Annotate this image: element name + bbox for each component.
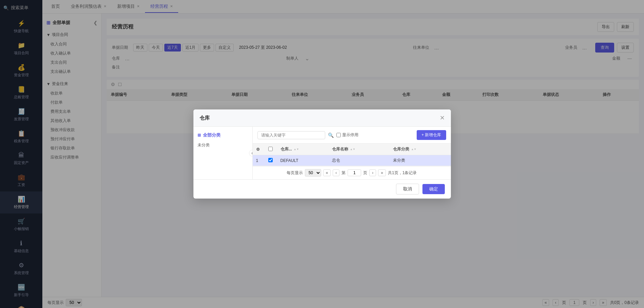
settings-gear-icon[interactable]: ⚙ bbox=[256, 147, 260, 152]
modal-last-btn[interactable]: » bbox=[378, 169, 386, 176]
modal-search-wrap: 🔍 显示停用 bbox=[257, 131, 358, 139]
th-settings: ⚙ bbox=[253, 144, 265, 155]
category-label: 未分类 bbox=[198, 143, 210, 147]
modal-page-size-select[interactable]: 50 bbox=[305, 169, 321, 177]
row-category: 未分类 bbox=[390, 155, 451, 166]
modal-overlay: 仓库 ✕ ⊞ 全部分类 未分类 ❮ bbox=[0, 0, 644, 308]
all-category-label: 全部分类 bbox=[203, 132, 221, 138]
modal-body: ⊞ 全部分类 未分类 ❮ 🔍 bbox=[193, 127, 451, 179]
row-1-checkbox[interactable] bbox=[268, 158, 273, 162]
modal-category-unclassified[interactable]: 未分类 bbox=[193, 140, 252, 150]
col-category-label: 仓库分类 bbox=[393, 147, 409, 151]
modal-next-btn[interactable]: › bbox=[369, 169, 376, 176]
modal-footer: 取消 确定 bbox=[193, 179, 451, 199]
modal-category-panel: ⊞ 全部分类 未分类 ❮ bbox=[193, 127, 253, 179]
show-disabled-text: 显示停用 bbox=[342, 132, 358, 138]
sort-arrows-category: ▲▼ bbox=[411, 148, 416, 151]
cancel-button[interactable]: 取消 bbox=[396, 184, 419, 194]
modal-left-collapse-btn[interactable]: ❮ bbox=[249, 150, 253, 157]
show-disabled-checkbox[interactable] bbox=[336, 133, 341, 137]
sort-arrows-code: ▲▼ bbox=[294, 148, 299, 151]
modal-page-label: 第 bbox=[341, 170, 346, 176]
modal-all-category[interactable]: ⊞ 全部分类 bbox=[193, 130, 252, 140]
warehouse-modal: 仓库 ✕ ⊞ 全部分类 未分类 ❮ bbox=[193, 109, 451, 199]
modal-title: 仓库 bbox=[200, 115, 210, 121]
modal-header: 仓库 ✕ bbox=[193, 109, 451, 127]
sort-arrows-name: ▲▼ bbox=[350, 148, 355, 151]
row-index: 1 bbox=[253, 155, 265, 166]
page-size-label-modal: 每页显示 bbox=[287, 170, 303, 176]
modal-search-input[interactable] bbox=[257, 131, 325, 139]
row-code: DEFAULT bbox=[277, 155, 329, 166]
modal-first-btn[interactable]: « bbox=[323, 169, 331, 176]
row-checkbox[interactable] bbox=[265, 155, 277, 166]
show-disabled-label[interactable]: 显示停用 bbox=[336, 132, 358, 138]
th-name: 仓库名称 ▲▼ bbox=[329, 144, 390, 155]
add-warehouse-button[interactable]: + 新增仓库 bbox=[417, 130, 446, 140]
modal-table-header: ⚙ 仓库... ▲▼ 仓库名称 ▲▼ bbox=[253, 144, 451, 155]
modal-total-info: 共1页，1条记录 bbox=[388, 170, 417, 176]
col-code-label: 仓库... bbox=[281, 147, 292, 151]
warehouse-row-1[interactable]: 1 DEFAULT 总仓 未分类 bbox=[253, 155, 451, 166]
modal-page-suffix: 页 bbox=[363, 170, 367, 176]
modal-pagination: 每页显示 50 « ‹ 第 页 › » 共1页，1条记录 bbox=[253, 166, 451, 179]
modal-search-btn[interactable]: 🔍 bbox=[328, 132, 334, 138]
modal-right-panel: 🔍 显示停用 + 新增仓库 bbox=[253, 127, 451, 179]
modal-table-wrap: ⚙ 仓库... ▲▼ 仓库名称 ▲▼ bbox=[253, 144, 451, 166]
modal-page-input[interactable] bbox=[348, 169, 361, 176]
th-code: 仓库... ▲▼ bbox=[277, 144, 329, 155]
grid-icon-2: ⊞ bbox=[198, 133, 201, 138]
th-category: 仓库分类 ▲▼ bbox=[390, 144, 451, 155]
th-checkbox bbox=[265, 144, 277, 155]
col-name-label: 仓库名称 bbox=[332, 147, 348, 151]
row-name: 总仓 bbox=[329, 155, 390, 166]
modal-close-button[interactable]: ✕ bbox=[440, 114, 445, 122]
confirm-button[interactable]: 确定 bbox=[422, 184, 445, 194]
select-all-checkbox[interactable] bbox=[268, 147, 273, 151]
modal-table: ⚙ 仓库... ▲▼ 仓库名称 ▲▼ bbox=[253, 144, 451, 166]
modal-prev-btn[interactable]: ‹ bbox=[333, 169, 339, 176]
modal-toolbar: 🔍 显示停用 + 新增仓库 bbox=[253, 127, 451, 144]
